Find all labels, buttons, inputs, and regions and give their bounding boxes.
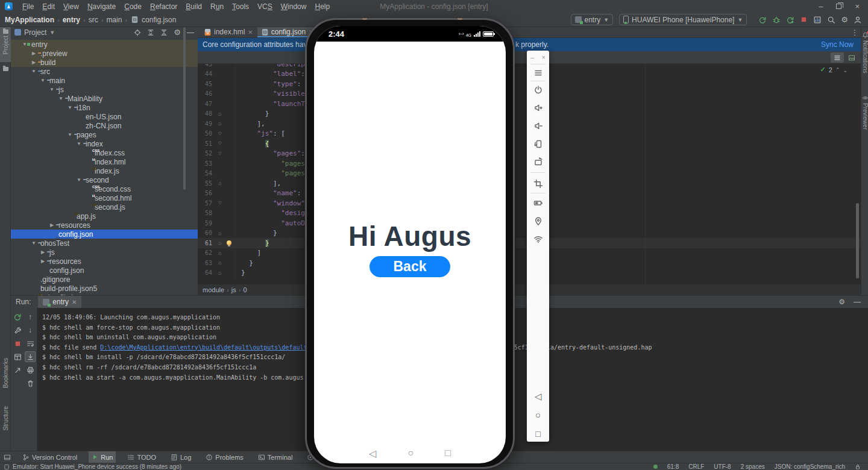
menu-edit[interactable]: Edit	[38, 2, 59, 11]
inspection-widget[interactable]: ✓ 2 ⌃ ⌃	[820, 66, 848, 74]
debug-icon[interactable]	[772, 16, 781, 24]
profiler-icon[interactable]	[813, 16, 822, 24]
sync-now-link[interactable]: Sync Now	[821, 40, 854, 49]
tree-item-src[interactable]: ▼ src	[11, 67, 198, 76]
back-icon[interactable]: ◁	[533, 391, 543, 401]
menu-refactor[interactable]: Refactor	[146, 2, 181, 11]
rerun-icon[interactable]	[12, 312, 23, 322]
rotate-device-icon[interactable]	[533, 139, 543, 149]
breadcrumb-item[interactable]: js	[231, 286, 236, 293]
breadcrumb-item[interactable]: MyApplication	[5, 16, 54, 24]
volume-up-icon[interactable]	[533, 102, 543, 113]
fold-icon[interactable]: ⌂	[216, 270, 224, 276]
fold-icon[interactable]: ⌂	[216, 250, 224, 256]
fold-icon[interactable]: ⌂	[216, 140, 224, 146]
fold-icon[interactable]: ⌂	[216, 240, 224, 246]
stripe-corner-icon[interactable]	[4, 454, 11, 461]
clear-icon[interactable]	[25, 378, 36, 389]
hide-icon[interactable]: —	[187, 28, 194, 37]
close-icon[interactable]: ✕	[248, 29, 253, 36]
text-view-toggle[interactable]	[831, 52, 844, 63]
tree-item-config.json[interactable]: config.json	[11, 230, 198, 239]
hide-panel-icon[interactable]: —	[854, 298, 861, 306]
next-issue-icon[interactable]: ⌃	[843, 67, 848, 73]
stop-icon[interactable]	[12, 338, 23, 349]
breadcrumb-item[interactable]: config.json	[142, 16, 176, 24]
locate-icon[interactable]	[134, 28, 141, 37]
menu-window[interactable]: Window	[277, 2, 311, 11]
tree-item-build[interactable]: ▶ build	[11, 58, 198, 67]
breadcrumb-item[interactable]: module	[203, 286, 224, 293]
tree-item-build-profile.json5[interactable]: build-profile.json5	[11, 284, 198, 293]
status-item[interactable]: 61:8	[667, 463, 679, 470]
tree-item-zh-CN.json[interactable]: zh-CN.json	[11, 121, 198, 130]
close-icon[interactable]: ✕	[72, 299, 77, 306]
print-icon[interactable]	[25, 365, 36, 375]
lock-icon[interactable]	[855, 464, 861, 470]
status-item[interactable]: CRLF	[688, 463, 704, 470]
minimize-icon[interactable]: –	[530, 54, 534, 61]
fold-icon[interactable]: ⌂	[216, 230, 224, 236]
breadcrumb-item[interactable]: src	[89, 16, 98, 24]
phone-screen[interactable]: 2:44 ‹··› 4G Hi Augus Back ◁ ○ □	[314, 26, 506, 463]
status-item[interactable]: UTF-8	[714, 463, 731, 470]
breadcrumb-item[interactable]: 0	[243, 286, 247, 293]
back-button[interactable]: Back	[370, 256, 450, 277]
tree-item-resources[interactable]: ▶ resources	[11, 257, 198, 266]
close-icon[interactable]: ×	[855, 2, 860, 10]
fold-icon[interactable]: ⌂	[216, 131, 224, 137]
preview-view-toggle[interactable]	[845, 52, 858, 63]
menu-navigate[interactable]: Navigate	[83, 2, 120, 11]
sidebar-item-previewer[interactable]: Previewer	[861, 95, 868, 130]
fold-icon[interactable]: ⌂	[216, 260, 224, 266]
intention-bulb-icon[interactable]	[227, 240, 231, 245]
tree-item-resources[interactable]: ▶ resources	[11, 221, 198, 230]
project-mode-selector[interactable]: Project	[24, 28, 46, 37]
toolwindow-todo[interactable]: TODO	[124, 451, 159, 463]
expand-all-icon[interactable]	[147, 28, 154, 37]
tree-item-ohosTest[interactable]: ▼ ohosTest	[11, 239, 198, 248]
fold-icon[interactable]: ⌂	[216, 121, 224, 127]
recents-icon[interactable]: □	[445, 448, 451, 459]
tree-item-config.json[interactable]: config.json	[11, 266, 198, 275]
breadcrumb-item[interactable]: main	[106, 16, 122, 24]
sidebar-item-notifications[interactable]: Notifications	[861, 32, 868, 73]
run-icon[interactable]	[758, 16, 767, 24]
sidebar-item-bookmarks[interactable]: Bookmarks	[0, 356, 11, 398]
menu-build[interactable]: Build	[181, 2, 206, 11]
soft-wrap-icon[interactable]	[25, 338, 36, 349]
tree-item-index.css[interactable]: CSS index.css	[11, 148, 198, 157]
prev-issue-icon[interactable]: ⌃	[835, 67, 840, 73]
wrench-icon[interactable]	[12, 325, 23, 336]
settings-icon[interactable]: ⚙	[841, 15, 848, 24]
tab-index.hml[interactable]: H index.hml ✕	[200, 27, 257, 37]
menu-tools[interactable]: Tools	[228, 2, 253, 11]
pin-icon[interactable]	[12, 365, 23, 375]
collapse-all-icon[interactable]	[160, 28, 168, 37]
menu-help[interactable]: Help	[310, 2, 334, 11]
attach-debugger-icon[interactable]	[786, 16, 794, 24]
breadcrumb-item[interactable]: entry	[63, 16, 80, 24]
recents-icon[interactable]: □	[533, 428, 543, 439]
menu-view[interactable]: View	[59, 2, 83, 11]
sidebar-item-structure[interactable]: Structure	[0, 404, 11, 442]
tree-item-main[interactable]: ▼ main	[11, 76, 198, 85]
menu-code[interactable]: Code	[120, 2, 146, 11]
tree-item-index.hml[interactable]: H index.hml	[11, 157, 198, 166]
toolwindow-problems[interactable]: Problems	[203, 451, 246, 463]
tree-item-.preview[interactable]: ▶ .preview	[11, 49, 198, 58]
menu-run[interactable]: Run	[206, 2, 228, 11]
search-icon[interactable]	[827, 16, 835, 24]
editor-scrollbar[interactable]	[856, 203, 859, 278]
settings-icon[interactable]: ⚙	[838, 298, 845, 306]
tree-item-js[interactable]: ▶ js	[11, 248, 198, 257]
tree-item-app.js[interactable]: JS app.js	[11, 212, 198, 221]
stop-icon[interactable]	[800, 16, 808, 24]
wifi-icon[interactable]	[533, 234, 543, 244]
layout-icon[interactable]	[12, 351, 23, 362]
fold-icon[interactable]: ⌂	[216, 151, 224, 157]
breadcrumb[interactable]: MyApplication›entry›src›main›config.json	[0, 16, 176, 24]
tree-item-second[interactable]: ▼ second	[11, 175, 198, 184]
toolwindow-log[interactable]: Log	[168, 451, 194, 463]
run-config-selector[interactable]: entry ▼	[571, 14, 614, 25]
